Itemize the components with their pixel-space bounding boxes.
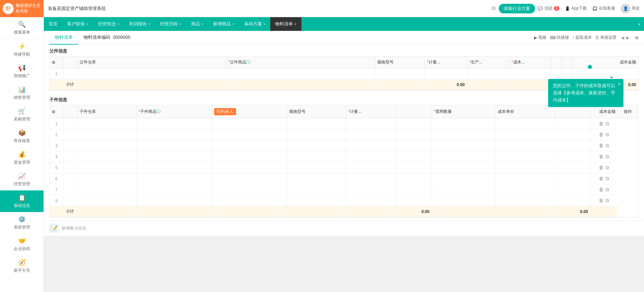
delete-icon-row3[interactable]: 🗑 (599, 143, 604, 149)
child-row5-spec[interactable] (212, 162, 287, 173)
child-row6-spec[interactable] (212, 173, 287, 184)
doc-settings-action[interactable]: ☰ 单据设置 (595, 35, 617, 40)
copy-icon-row2[interactable]: ⧉ (606, 132, 609, 138)
child-row2-warehouse[interactable] (63, 129, 77, 140)
copy-icon-row5[interactable]: ⧉ (606, 165, 609, 171)
tab-close-operation-status[interactable]: × (117, 22, 119, 26)
child-row7-unit-cost[interactable] (432, 184, 495, 195)
child-row1-need-qty[interactable] (396, 118, 432, 129)
delete-icon-row2[interactable]: 🗑 (599, 132, 604, 138)
nav-next[interactable]: ▶ (625, 35, 630, 40)
delete-icon-row8[interactable]: 🗑 (599, 198, 604, 203)
sidebar-item-system[interactable]: ⚙️ 系统管理 (0, 212, 44, 234)
online-service-btn[interactable]: 🎧 在线客服 (592, 5, 615, 11)
child-row3-goods[interactable] (77, 140, 136, 151)
tab-barcode[interactable]: 条码方案 × (239, 17, 270, 31)
child-row1-goods[interactable] (77, 118, 136, 129)
sidebar-item-guide[interactable]: 🧭 新手引导 (0, 255, 44, 277)
child-row6-goods[interactable] (77, 173, 136, 184)
child-row1-warehouse[interactable] (63, 118, 77, 129)
message-btn[interactable]: 💬 消息 6 (538, 5, 559, 11)
sidebar-item-cooperation[interactable]: 🤝 企业协同 (0, 234, 44, 255)
copy-icon-row7[interactable]: ⧉ (606, 187, 609, 192)
parent-goods-input[interactable] (228, 71, 373, 76)
video-action[interactable]: ▶ 视频 (534, 35, 546, 40)
child-row8-need-qty[interactable] (396, 195, 432, 206)
grid-view-icon[interactable]: ⊞ (635, 35, 639, 40)
child-row5-need-qty[interactable] (396, 162, 432, 173)
sidebar-item-sales[interactable]: 📊 销售管理 (0, 82, 44, 104)
child-row5-unit-cost[interactable] (432, 162, 495, 173)
tab-operation-status[interactable]: 经营情况 × (93, 17, 124, 31)
child-row2-spec[interactable] (212, 129, 287, 140)
parent-warehouse-input[interactable] (79, 71, 224, 76)
tab-close-bom[interactable]: × (294, 22, 296, 26)
child-row4-warehouse[interactable] (63, 151, 77, 162)
tab-profit[interactable]: 利润报告 × (124, 17, 155, 31)
tab-home[interactable]: 首页 (44, 17, 62, 31)
child-row5-goods[interactable] (77, 162, 136, 173)
sidebar-item-inventory[interactable]: 📦 库存核算 (0, 126, 44, 147)
parent-row1-col3[interactable] (226, 68, 375, 79)
child-row1-unit-cost[interactable] (432, 118, 495, 129)
add-note-icon[interactable]: 📝 (49, 223, 59, 233)
tab-close-profit[interactable]: × (148, 22, 150, 26)
child-row3-need-qty[interactable] (396, 140, 432, 151)
child-row7-qty-unit[interactable] (287, 184, 346, 195)
sidebar-item-marketing[interactable]: 📢 营销推广 (0, 61, 44, 82)
child-row4-unit-cost[interactable] (432, 151, 495, 162)
child-row7-spec[interactable] (212, 184, 287, 195)
tab-operation-history[interactable]: 经营历程 × (155, 17, 186, 31)
delete-icon-row7[interactable]: 🗑 (599, 187, 604, 192)
tab-close-barcode[interactable]: × (263, 22, 265, 26)
child-row4-goods[interactable] (77, 151, 136, 162)
nav-prev[interactable]: ◀ (620, 35, 625, 40)
sidebar-item-quick-nav[interactable]: ⚡ 快捷导航 (0, 39, 44, 61)
th-child-scan[interactable]: 扫码录入 (212, 105, 287, 118)
child-row4-qty-unit[interactable] (287, 151, 346, 162)
child-row2-need-qty[interactable] (396, 129, 432, 140)
tab-new-goods[interactable]: 新增商品 × (208, 17, 239, 31)
sidebar-item-search[interactable]: 🔍 搜索菜单 (0, 17, 44, 39)
child-row1-spec[interactable] (212, 118, 287, 129)
th-settings-parent[interactable]: ⚙ (50, 57, 63, 68)
child-row8-spec[interactable] (212, 195, 287, 206)
parent-row1-col7[interactable] (509, 68, 551, 79)
user-btn[interactable]: 👤 用友 (621, 4, 640, 13)
try-btn[interactable]: 体验行业方案 (499, 4, 535, 13)
child-row8-unit-cost[interactable] (432, 195, 495, 206)
copy-icon-row3[interactable]: ⧉ (606, 143, 609, 149)
tab-close-goods[interactable]: × (201, 22, 203, 26)
sidebar-item-purchase[interactable]: 🛒 采购管理 (0, 104, 44, 126)
child-row3-warehouse[interactable] (63, 140, 77, 151)
tab-close-operation-history[interactable]: × (179, 22, 181, 26)
settings-icon[interactable]: ⚙ (491, 5, 496, 12)
copy-icon-row4[interactable]: ⧉ (606, 154, 609, 160)
child-row7-warehouse[interactable] (63, 184, 77, 195)
child-row7-goods[interactable] (77, 184, 136, 195)
child-row5-qty-unit[interactable] (287, 162, 346, 173)
tab-customer[interactable]: 客户联络 × (62, 17, 93, 31)
child-row3-spec[interactable] (212, 140, 287, 151)
child-row7-need-qty[interactable] (396, 184, 432, 195)
delete-icon-row1[interactable]: 🗑 (599, 121, 604, 127)
close-all-tabs[interactable]: × (634, 22, 644, 27)
child-row6-need-qty[interactable] (396, 173, 432, 184)
child-row2-qty-unit[interactable] (287, 129, 346, 140)
child-row2-unit-cost[interactable] (432, 129, 495, 140)
delete-icon-row6[interactable]: 🗑 (599, 176, 604, 182)
tab-close-customer[interactable]: × (86, 22, 88, 26)
child-row5-warehouse[interactable] (63, 162, 77, 173)
shortcut-action[interactable]: ⌨ 快捷键 (550, 35, 569, 40)
copy-icon-row8[interactable]: ⧉ (606, 198, 609, 203)
child-row4-spec[interactable] (212, 151, 287, 162)
copy-icon-row6[interactable]: ⧉ (606, 176, 609, 182)
child-row3-qty-unit[interactable] (287, 140, 346, 151)
parent-row1-col2[interactable] (77, 68, 226, 79)
child-row2-goods[interactable] (77, 129, 136, 140)
child-row8-warehouse[interactable] (63, 195, 77, 206)
child-row1-qty-unit[interactable] (287, 118, 346, 129)
app-download-btn[interactable]: 📱 App下载 (565, 5, 587, 11)
sidebar-item-basic-info[interactable]: 📋 基础信息 (0, 190, 44, 212)
sub-tab-bom-list[interactable]: 物料清单 (49, 31, 78, 45)
